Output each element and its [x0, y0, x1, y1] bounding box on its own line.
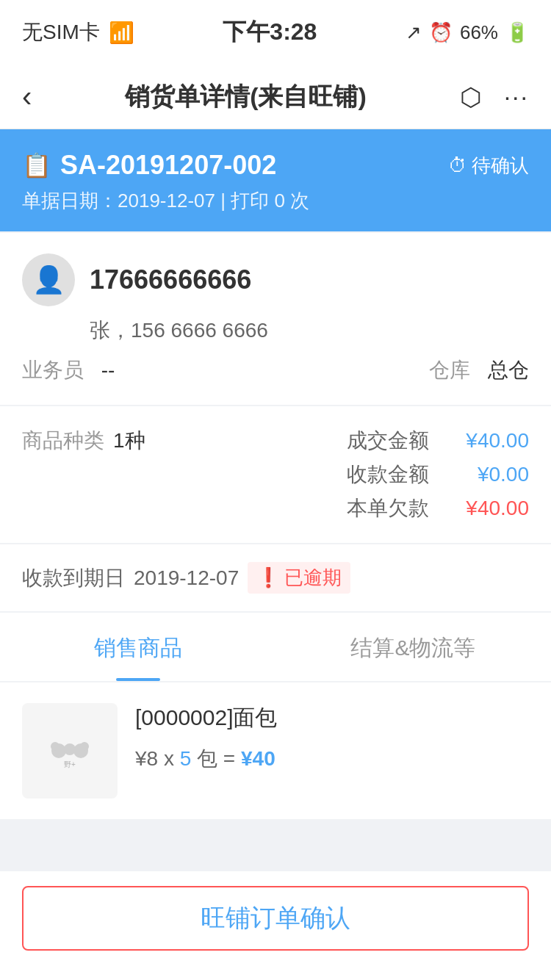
customer-phone: 17666666666 — [90, 264, 251, 295]
amounts-section: 成交金额 ¥40.00 收款金额 ¥0.00 本单欠款 ¥40.00 — [347, 427, 529, 522]
svg-text:野+: 野+ — [64, 760, 76, 768]
product-total: ¥40 — [241, 747, 276, 770]
warning-icon: ❗ — [256, 566, 280, 589]
received-value: ¥0.00 — [441, 463, 529, 486]
nav-bar: ‹ 销货单详情(来自旺铺) ⬡ ··· — [0, 65, 551, 129]
product-type-value: 1种 — [113, 427, 145, 455]
clock-icon: ⏱ — [448, 154, 467, 177]
tabs: 销售商品 结算&物流等 — [0, 613, 551, 681]
product-unit: 包 — [197, 747, 217, 770]
order-date: 单据日期：2019-12-07 | 打印 0 次 — [22, 188, 529, 214]
summary-card: 商品种类 1种 成交金额 ¥40.00 收款金额 ¥0.00 本单欠款 ¥40.… — [0, 406, 551, 543]
amount-value: ¥40.00 — [441, 429, 529, 453]
status-bar-time: 下午3:28 — [223, 16, 317, 48]
product-thumbnail: 野+ — [22, 703, 118, 799]
salesperson-label: 业务员 — [22, 356, 84, 384]
battery-icon: 🔋 — [505, 21, 529, 44]
owed-label: 本单欠款 — [347, 494, 429, 522]
salesperson-divider — [90, 359, 96, 382]
amount-label: 成交金额 — [347, 427, 429, 455]
person-icon: 👤 — [32, 264, 65, 295]
nav-actions: ⬡ ··· — [460, 82, 529, 112]
order-status: ⏱ 待确认 — [448, 153, 529, 179]
overdue-badge: ❗ 已逾期 — [248, 562, 350, 594]
svg-point-4 — [64, 743, 76, 755]
svg-point-1 — [51, 742, 60, 751]
product-info: [0000002]面包 ¥8 x 5 包 = ¥40 — [135, 703, 529, 773]
more-icon[interactable]: ··· — [504, 82, 529, 111]
customer-name: 张，156 6666 6666 — [22, 317, 529, 345]
due-date-card: 收款到期日 2019-12-07 ❗ 已逾期 — [0, 544, 551, 611]
warehouse-value: 总仓 — [488, 356, 529, 384]
status-bar: 无SIM卡 📶 下午3:28 ↗ ⏰ 66% 🔋 — [0, 0, 551, 65]
status-bar-left: 无SIM卡 📶 — [22, 18, 134, 46]
product-name: [0000002]面包 — [135, 703, 529, 733]
bottom-bar: 旺铺订单确认 — [0, 871, 551, 980]
product-type-section: 商品种类 1种 — [22, 427, 145, 455]
confirm-button[interactable]: 旺铺订单确认 — [22, 886, 529, 951]
share-icon[interactable]: ⬡ — [460, 82, 482, 112]
warehouse-label: 仓库 — [429, 356, 470, 384]
customer-card: 👤 17666666666 张，156 6666 6666 业务员 -- 仓库 … — [0, 233, 551, 405]
product-qty: 5 — [180, 747, 192, 770]
owed-value: ¥40.00 — [441, 497, 529, 520]
page-title: 销货单详情(来自旺铺) — [125, 80, 367, 114]
product-card: 野+ [0000002]面包 ¥8 x 5 包 = ¥40 — [0, 682, 551, 819]
customer-meta: 业务员 -- 仓库 总仓 — [22, 356, 529, 384]
battery-text: 66% — [460, 21, 498, 44]
avatar: 👤 — [22, 253, 75, 306]
product-type-label: 商品种类 — [22, 427, 104, 455]
order-icon: 📋 — [22, 151, 51, 179]
back-button[interactable]: ‹ — [22, 80, 32, 113]
received-label: 收款金额 — [347, 461, 429, 489]
due-date-label: 收款到期日 — [22, 564, 125, 592]
alarm-icon: ⏰ — [429, 21, 453, 44]
due-date-value: 2019-12-07 — [134, 566, 239, 590]
tab-sales-products[interactable]: 销售商品 — [0, 613, 276, 681]
price-unit: ¥8 — [135, 747, 158, 770]
status-bar-right: ↗ ⏰ 66% 🔋 — [406, 21, 529, 44]
header-card: 📋 SA-20191207-002 ⏱ 待确认 单据日期：2019-12-07 … — [0, 129, 551, 231]
product-price: ¥8 x 5 包 = ¥40 — [135, 745, 529, 773]
order-number: 📋 SA-20191207-002 — [22, 150, 276, 181]
wifi-icon: 📶 — [109, 21, 134, 45]
location-icon: ↗ — [406, 21, 422, 44]
tab-settlement[interactable]: 结算&物流等 — [276, 613, 551, 681]
no-sim-text: 无SIM卡 — [22, 18, 100, 46]
salesperson-value: -- — [101, 359, 115, 382]
svg-point-3 — [80, 742, 89, 751]
warehouse-divider — [476, 359, 482, 382]
